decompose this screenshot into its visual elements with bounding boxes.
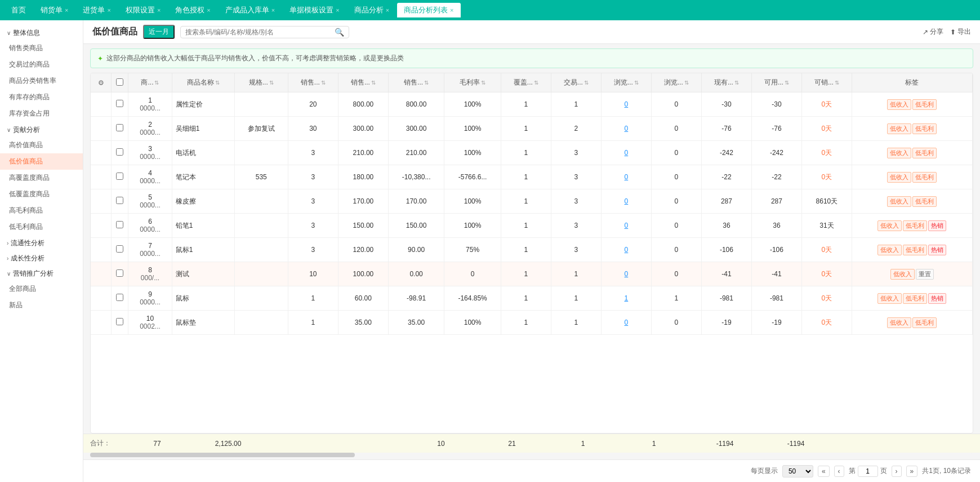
sidebar-item-sales-goods[interactable]: 销售类商品 (0, 40, 83, 56)
sidebar-group-overall[interactable]: ∨ 整体信息 (0, 25, 83, 40)
browse-link[interactable]: 0 (625, 173, 629, 181)
nav-analysis-list[interactable]: 商品分析列表× (397, 3, 460, 17)
browse2-col-header[interactable]: 浏览...⇅ (651, 73, 701, 92)
page-size-select[interactable]: 50 100 200 (782, 465, 813, 477)
sidebar-group-circulation[interactable]: › 流通性分析 (0, 235, 83, 250)
select-all-checkbox[interactable] (116, 78, 123, 86)
settings-icon[interactable]: ⚙ (98, 79, 104, 87)
row-checkbox[interactable] (116, 148, 123, 156)
sidebar-item-new-goods[interactable]: 新品 (0, 297, 83, 313)
export-button[interactable]: ⬆ 导出 (950, 27, 971, 37)
browse-link[interactable]: 0 (625, 270, 629, 278)
checkbox-cell[interactable] (112, 286, 128, 311)
search-icon[interactable]: 🔍 (335, 28, 344, 37)
checkbox-cell[interactable] (112, 238, 128, 262)
coverage-col-header[interactable]: 覆盖...⇅ (501, 73, 551, 92)
first-page-button[interactable]: « (818, 466, 830, 477)
checkbox-col-header[interactable] (112, 73, 128, 92)
sidebar-item-high-value[interactable]: 高价值商品 (0, 137, 83, 153)
time-filter-button[interactable]: 近一月 (143, 25, 175, 39)
browse-link[interactable]: 1 (625, 294, 629, 302)
sidebar-item-category-rate[interactable]: 商品分类销售率 (0, 73, 83, 89)
sidebar-item-traded-goods[interactable]: 交易过的商品 (0, 56, 83, 73)
sales3-col-header[interactable]: 销售...⇅ (388, 73, 444, 92)
close-permission-icon[interactable]: × (157, 7, 161, 14)
nav-template[interactable]: 单据模板设置× (283, 3, 346, 17)
checkbox-cell[interactable] (112, 311, 128, 335)
nav-purchase[interactable]: 进货单× (76, 3, 117, 17)
sidebar-group-contribution[interactable]: ∨ 贡献分析 (0, 122, 83, 137)
scrollbar-thumb[interactable] (90, 453, 355, 457)
row-checkbox[interactable] (116, 124, 123, 131)
code-col-header[interactable]: 商...⇅ (128, 73, 172, 92)
nav-role[interactable]: 角色授权× (168, 3, 217, 17)
checkbox-cell[interactable] (112, 117, 128, 141)
next-page-button[interactable]: › (892, 466, 902, 477)
nav-stock[interactable]: 产成品入库单× (219, 3, 282, 17)
horizontal-scrollbar[interactable] (90, 453, 973, 457)
prev-page-button[interactable]: ‹ (834, 466, 844, 477)
close-analysis-icon[interactable]: × (386, 7, 389, 14)
row-checkbox[interactable] (116, 318, 123, 325)
sidebar-item-high-coverage[interactable]: 高覆盖度商品 (0, 170, 83, 186)
browse-link[interactable]: 0 (625, 197, 629, 205)
nav-permission[interactable]: 权限设置× (119, 3, 167, 17)
browse-link[interactable]: 0 (625, 100, 629, 108)
close-sales-icon[interactable]: × (65, 7, 68, 14)
sidebar-item-all-goods[interactable]: 全部商品 (0, 281, 83, 297)
search-input[interactable] (185, 28, 335, 36)
table-row: 90000... 鼠标 1 60.00 -98.91 -164.85% 1 1 … (91, 286, 973, 311)
sidebar-item-high-margin[interactable]: 高毛利商品 (0, 202, 83, 219)
sidebar-item-low-margin[interactable]: 低毛利商品 (0, 219, 83, 235)
sales1-col-header[interactable]: 销售...⇅ (288, 73, 338, 92)
row-checkbox[interactable] (116, 173, 123, 180)
spec-col-header[interactable]: 规格...⇅ (234, 73, 288, 92)
checkbox-cell[interactable] (112, 262, 128, 286)
browse1-col-header[interactable]: 浏览...⇅ (601, 73, 651, 92)
sidebar-group-growth[interactable]: › 成长性分析 (0, 250, 83, 266)
checkbox-cell[interactable] (112, 214, 128, 238)
browse-link[interactable]: 0 (625, 246, 629, 254)
page-number-input[interactable] (858, 466, 878, 477)
checkbox-cell[interactable] (112, 165, 128, 189)
close-analysis-list-icon[interactable]: × (450, 7, 453, 14)
nav-sales[interactable]: 销货单× (34, 3, 75, 17)
close-template-icon[interactable]: × (336, 7, 339, 14)
sidebar-item-low-coverage[interactable]: 低覆盖度商品 (0, 186, 83, 202)
browse-link[interactable]: 0 (625, 125, 629, 132)
nav-home[interactable]: 首页 (5, 3, 33, 17)
share-button[interactable]: ↗ 分享 (923, 27, 943, 37)
nav-analysis[interactable]: 商品分析× (348, 3, 396, 17)
settings-col-header[interactable]: ⚙ (91, 73, 112, 92)
row-checkbox[interactable] (116, 245, 123, 253)
sales2-col-header[interactable]: 销售...⇅ (338, 73, 388, 92)
close-role-icon[interactable]: × (207, 7, 210, 14)
sidebar-item-low-value[interactable]: 低价值商品 (0, 153, 83, 170)
checkbox-cell[interactable] (112, 189, 128, 214)
name-col-header[interactable]: 商品名称⇅ (172, 73, 234, 92)
close-purchase-icon[interactable]: × (107, 7, 110, 14)
checkbox-cell[interactable] (112, 92, 128, 117)
last-page-button[interactable]: » (906, 466, 918, 477)
browse-link[interactable]: 0 (625, 149, 629, 157)
page-label: 第 (849, 466, 856, 476)
sidebar-item-stock-goods[interactable]: 有库存的商品 (0, 89, 83, 105)
row-checkbox[interactable] (116, 269, 123, 277)
available-col-header[interactable]: 可用...⇅ (751, 73, 801, 92)
saleable-col-header[interactable]: 可销...⇅ (801, 73, 852, 92)
current-col-header[interactable]: 现有...⇅ (701, 73, 751, 92)
row-checkbox[interactable] (116, 221, 123, 228)
sidebar-item-stock-fund[interactable]: 库存资金占用 (0, 105, 83, 122)
spec-cell (234, 311, 288, 335)
row-checkbox[interactable] (116, 294, 123, 301)
tags-col-header[interactable]: 标签 (852, 73, 972, 92)
checkbox-cell[interactable] (112, 141, 128, 165)
browse-link[interactable]: 0 (625, 319, 629, 326)
close-stock-icon[interactable]: × (271, 7, 275, 14)
row-checkbox[interactable] (116, 197, 123, 204)
trade-col-header[interactable]: 交易...⇅ (551, 73, 601, 92)
browse-link[interactable]: 0 (625, 222, 629, 229)
row-checkbox[interactable] (116, 100, 123, 107)
margin-col-header[interactable]: 毛利率⇅ (444, 73, 501, 92)
sidebar-group-marketing[interactable]: ∨ 营销推广分析 (0, 266, 83, 281)
